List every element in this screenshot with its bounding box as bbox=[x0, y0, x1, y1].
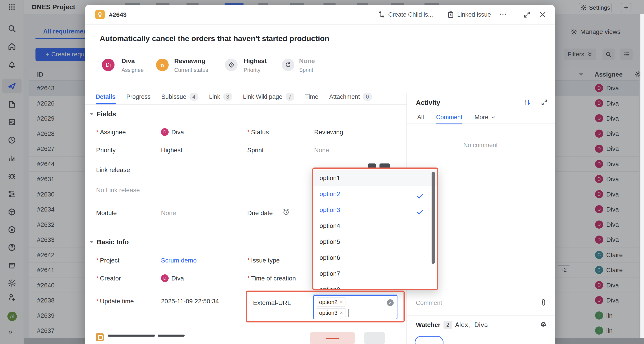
selected-option-tag[interactable]: option3 bbox=[316, 308, 346, 317]
creator-field-label: Creator bbox=[96, 275, 121, 282]
clipped-button[interactable] bbox=[364, 332, 385, 344]
avatar: D bbox=[161, 274, 169, 282]
dropdown-option[interactable]: option1 bbox=[313, 170, 437, 186]
comment-input[interactable]: Comment bbox=[416, 300, 442, 306]
dropdown-option[interactable]: option8 bbox=[313, 282, 437, 290]
tab-subissue[interactable]: Subissue4 bbox=[162, 93, 198, 105]
sprint-field-label: Sprint bbox=[247, 147, 264, 154]
clipped-text bbox=[108, 334, 155, 336]
tab-count-badge: 7 bbox=[286, 93, 294, 100]
sprint-field-value[interactable]: None bbox=[314, 147, 329, 154]
tab-count-badge: 4 bbox=[190, 93, 198, 100]
time-of-creation-field-label: Time of creation bbox=[247, 275, 296, 282]
issue-id: #2643 bbox=[109, 11, 127, 18]
tab-progress[interactable]: Progress bbox=[126, 94, 151, 104]
no-comment-text: No comment bbox=[406, 142, 555, 149]
page-scrollbar[interactable] bbox=[640, 14, 644, 338]
watch-bell-check-icon[interactable] bbox=[539, 320, 548, 329]
issue-type-icon bbox=[95, 10, 105, 19]
sort-order-icon[interactable] bbox=[523, 98, 531, 107]
sprint-icon bbox=[282, 58, 294, 71]
create-child-issue-button[interactable]: Create Child is... bbox=[378, 11, 433, 18]
watcher-names: Alex、Diva bbox=[455, 321, 488, 329]
clipped-text bbox=[158, 334, 184, 336]
assignee-field-value[interactable]: Diva bbox=[171, 129, 184, 136]
activity-tabs: All Comment More bbox=[417, 114, 496, 124]
external-url-field-label: External-URL bbox=[253, 299, 291, 306]
tab-link-wiki-page[interactable]: Link Wiki page7 bbox=[243, 93, 294, 105]
dropdown-option[interactable]: option7 bbox=[313, 266, 437, 282]
link-release-empty-value[interactable]: No Link release bbox=[96, 186, 140, 194]
basic-info-section-header[interactable]: Basic Info bbox=[89, 238, 129, 246]
dropdown-option[interactable]: option6 bbox=[313, 250, 437, 266]
tree-icon bbox=[378, 11, 386, 18]
clipped-submit-button[interactable] bbox=[415, 336, 444, 344]
priority-field-label: Priority bbox=[96, 147, 116, 154]
tab-count-badge: 0 bbox=[363, 93, 372, 100]
dropdown-option[interactable]: option5 bbox=[313, 234, 437, 250]
expand-activity-icon[interactable] bbox=[541, 99, 548, 107]
tab-count-badge: 3 bbox=[224, 93, 232, 100]
avatar: Di bbox=[102, 58, 114, 71]
tab-attachment[interactable]: Attachment0 bbox=[329, 93, 372, 105]
issue-detail-modal: #2643 Create Child is... Linked issue ··… bbox=[85, 5, 555, 344]
issue-type-field-label: Issue type bbox=[247, 257, 280, 264]
module-field-label: Module bbox=[96, 210, 117, 217]
tab-details[interactable]: Details bbox=[96, 94, 116, 104]
watcher-label: Watcher bbox=[416, 321, 440, 328]
creator-field-value[interactable]: Diva bbox=[171, 275, 184, 282]
priority-field-value[interactable]: Highest bbox=[161, 147, 182, 154]
alarm-clock-icon bbox=[282, 208, 290, 217]
status-icon: » bbox=[156, 58, 169, 71]
avatar: D bbox=[161, 128, 169, 136]
external-url-option-dropdown[interactable]: option1option2option3option4option5optio… bbox=[312, 168, 438, 290]
collapse-caret-icon bbox=[89, 241, 94, 244]
tab-time[interactable]: Time bbox=[305, 94, 318, 104]
due-date-field-label: Due date bbox=[247, 210, 273, 217]
selected-option-tag[interactable]: option2 bbox=[316, 298, 346, 306]
module-field-value[interactable]: None bbox=[161, 210, 176, 217]
watcher-count-badge: 2 bbox=[444, 321, 452, 329]
dropdown-scrollbar[interactable] bbox=[432, 172, 435, 264]
modal-tabs: DetailsProgressSubissue4Link3Link Wiki p… bbox=[96, 93, 372, 105]
tab-more[interactable]: More bbox=[474, 114, 496, 124]
clear-field-icon[interactable] bbox=[387, 299, 394, 306]
activity-title: Activity bbox=[416, 99, 440, 106]
collapse-caret-icon bbox=[89, 113, 94, 116]
linked-issue-label: Linked issue bbox=[457, 11, 491, 18]
priority-icon bbox=[225, 58, 238, 71]
dropdown-option[interactable]: option3 bbox=[313, 202, 437, 218]
assignee-field-label: Assignee bbox=[96, 129, 126, 136]
issue-title[interactable]: Automatically cancel the orders that hav… bbox=[100, 34, 330, 43]
update-time-field-value: 2025-11-09 22:50:34 bbox=[161, 298, 219, 305]
update-time-field-label: Update time bbox=[96, 298, 134, 305]
fields-section-header[interactable]: Fields bbox=[89, 110, 116, 118]
expand-modal-icon[interactable] bbox=[523, 11, 531, 19]
chevron-down-icon bbox=[491, 115, 496, 120]
remove-tag-icon[interactable] bbox=[340, 310, 343, 316]
clipboard-link-icon bbox=[447, 11, 454, 18]
link-release-field-label: Link release bbox=[96, 166, 130, 174]
dropdown-option[interactable]: option2 bbox=[313, 186, 437, 202]
status-field-value[interactable]: Reviewing bbox=[314, 129, 343, 136]
more-actions-button[interactable]: ··· bbox=[500, 11, 507, 18]
tab-all[interactable]: All bbox=[417, 114, 424, 124]
description-section-icon bbox=[96, 333, 104, 341]
modal-header: #2643 Create Child is... Linked issue ··… bbox=[85, 5, 555, 25]
status-field-label: Status bbox=[247, 129, 269, 136]
clipped-button[interactable] bbox=[310, 332, 355, 344]
watcher-row[interactable]: Watcher 2 Alex、Diva bbox=[416, 321, 488, 329]
remove-tag-icon[interactable] bbox=[340, 299, 343, 305]
dropdown-option[interactable]: option4 bbox=[313, 218, 437, 234]
tab-link[interactable]: Link3 bbox=[209, 93, 232, 105]
project-field-value[interactable]: Scrum demo bbox=[161, 257, 197, 264]
header-divider bbox=[515, 10, 515, 19]
attachment-paperclip-icon[interactable] bbox=[539, 299, 548, 308]
tab-comment[interactable]: Comment bbox=[436, 114, 462, 124]
close-icon[interactable] bbox=[539, 11, 546, 19]
project-field-label: Project bbox=[96, 257, 120, 264]
screen: ONES Project Settings + bbox=[0, 0, 644, 344]
linked-issue-button[interactable]: Linked issue bbox=[447, 11, 491, 18]
create-child-label: Create Child is... bbox=[388, 11, 433, 18]
external-url-input[interactable]: option2option3 bbox=[313, 295, 398, 319]
